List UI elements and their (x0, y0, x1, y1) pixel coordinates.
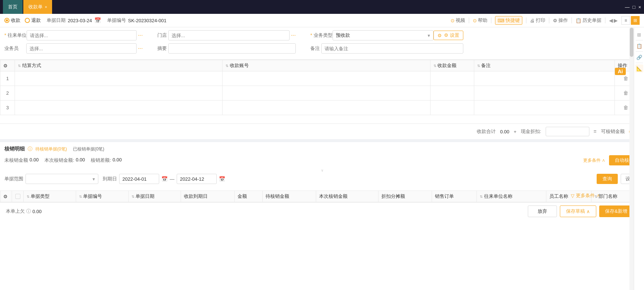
save-draft-button[interactable]: 保存草稿 ∧ (560, 205, 596, 217)
operation-btn[interactable]: ⚙ 操作 (553, 17, 568, 24)
window-close-icon[interactable]: × (638, 4, 641, 10)
settings-button[interactable]: ⚙ ⚙ 设置 (433, 31, 463, 40)
ai-badge[interactable]: Ai (615, 68, 626, 75)
save-new-label: 保存&新增 (605, 208, 627, 215)
doc-num-value: SK-20230324-001 (128, 18, 167, 23)
discount-input[interactable] (546, 127, 589, 136)
abandon-button[interactable]: 放弃 (528, 205, 557, 217)
bth-counterpart: ⇅ 往来单位名称 (477, 191, 546, 202)
tab-home[interactable]: 首页 (3, 0, 23, 14)
row-3-account[interactable] (223, 101, 430, 115)
more-conditions-label: 更多条件 ∧ (576, 192, 600, 199)
note-input[interactable] (321, 43, 463, 54)
staff-input[interactable] (26, 43, 137, 54)
due-date-to[interactable] (177, 174, 217, 184)
due-date-to-icon[interactable]: 📅 (219, 176, 225, 182)
business-type-select[interactable]: 预收款 ▾ (333, 30, 434, 40)
shop-input[interactable] (168, 30, 290, 40)
row-2-payment[interactable] (15, 86, 223, 101)
row-1-account[interactable] (223, 71, 430, 86)
row-2-note[interactable] (474, 86, 614, 101)
history-btn[interactable]: 📋 历史单据 (576, 17, 601, 24)
row-1-amount[interactable] (430, 71, 474, 86)
due-date-from-icon[interactable]: 📅 (161, 176, 168, 182)
nav-prev-icon[interactable]: ◀ (609, 17, 613, 23)
row-1-payment[interactable] (15, 71, 223, 86)
nav-next-icon[interactable]: ▶ (614, 17, 618, 23)
shortcut-label: 快捷键 (506, 17, 520, 24)
shop-more-icon[interactable]: ··· (291, 32, 296, 39)
footer-stat-info-icon[interactable]: ⓘ (26, 208, 31, 215)
list-view-icon[interactable]: ≡ (621, 16, 630, 25)
row-1-delete-icon[interactable]: 🗑 (623, 75, 628, 81)
form-row-1: 往来单位 ··· 门店 ··· 业务类型 预收款 ▾ ⚙ (4, 30, 640, 40)
business-type-field: 业务类型 预收款 ▾ ⚙ ⚙ 设置 (310, 30, 463, 40)
done-tab[interactable]: 已核销单据(0笔) (73, 146, 105, 152)
summary-input[interactable] (168, 43, 296, 54)
due-date-from[interactable] (119, 174, 159, 184)
staff-more-icon[interactable]: ··· (138, 45, 143, 52)
row-3-note[interactable] (474, 101, 614, 115)
doc-num-field: 单据编号 SK-20230324-001 (107, 17, 167, 24)
operation-label: 操作 (558, 17, 568, 24)
right-panel-doc-icon[interactable]: 📋 (635, 42, 643, 50)
th-note: ⇅ 备注 (474, 60, 614, 71)
query-button[interactable]: 查询 (597, 174, 618, 184)
sort-doc-num-icon: ⇅ (79, 195, 82, 199)
range-label: 单据范围 (4, 176, 23, 182)
print-btn[interactable]: 🖨 打印 (530, 17, 545, 24)
shortcut-btn[interactable]: ⌨ 快捷键 (495, 16, 522, 25)
right-panel-expand-icon[interactable]: 📐 (635, 64, 643, 72)
counterpart-input[interactable] (27, 30, 137, 40)
verification-info-icon[interactable]: ⓘ (28, 146, 32, 152)
row-3-delete-icon[interactable]: 🗑 (623, 105, 628, 110)
row-2-amount[interactable] (430, 86, 474, 101)
bottom-table: ⚙ ⇅ 单据类型 ⇅ 单据编号 (0, 191, 644, 202)
bottom-table-settings-icon[interactable]: ⚙ (3, 194, 8, 199)
radio-receive[interactable]: 收款 (4, 17, 20, 24)
table-settings-icon[interactable]: ⚙ (3, 63, 8, 68)
bth-settings[interactable]: ⚙ (0, 191, 12, 202)
tab-close-icon[interactable]: × (45, 5, 47, 9)
plus-sign: + (514, 129, 517, 134)
video-label: 视频 (456, 17, 465, 24)
th-payment-label: 结算方式 (22, 63, 41, 68)
range-dropdown-icon: ▾ (93, 176, 95, 182)
video-btn[interactable]: ⊙ 视频 (451, 17, 465, 24)
diff-label: 核销差额: (91, 157, 111, 164)
row-2-account[interactable] (223, 86, 430, 101)
th-note-label: 备注 (481, 63, 491, 68)
row-3-payment[interactable] (15, 101, 223, 115)
row-3-amount[interactable] (430, 101, 474, 115)
radio-refund[interactable]: 退款 (25, 17, 41, 24)
tab-receipt[interactable]: 收款单 × (23, 0, 52, 14)
calendar-icon[interactable]: 📅 (94, 17, 101, 24)
scrollbar-thumb[interactable] (630, 28, 633, 57)
more-conditions-positioned[interactable]: ▽ 更多条件 ∧ (571, 192, 600, 199)
window-min-icon[interactable]: — (625, 4, 630, 10)
pending-tab[interactable]: 待核销单据(0笔) (35, 146, 67, 152)
range-select[interactable]: ▾ (25, 174, 98, 184)
more-conditions-btn[interactable]: 更多条件 ∧ (583, 157, 605, 164)
table-row: 3 🗑 ⧉ (0, 101, 644, 115)
help-btn[interactable]: ⊙ 帮助 (473, 17, 487, 24)
receipt-type-radio: 收款 退款 (4, 17, 41, 24)
header-checkbox[interactable] (15, 194, 20, 199)
scrollbar[interactable] (629, 28, 634, 290)
current-value: 0.00 (76, 157, 85, 164)
tab-bar: 首页 收款单 × — □ × (0, 0, 644, 14)
th-settings[interactable]: ⚙ (0, 60, 15, 71)
row-1-note[interactable] (474, 71, 614, 86)
divider6 (605, 17, 605, 23)
right-panel-table-icon[interactable]: ⊞ (635, 31, 643, 39)
current-stat: 本次核销金额: 0.00 (44, 157, 85, 164)
row-2-delete-icon[interactable]: 🗑 (623, 90, 628, 96)
nav-arrows: ◀ ▶ (609, 17, 618, 23)
sort-counterpart-icon: ⇅ (480, 195, 483, 199)
counterpart-more-icon[interactable]: ··· (138, 32, 143, 39)
right-panel-link-icon[interactable]: 🔗 (635, 53, 643, 61)
bth-checkbox (12, 191, 24, 202)
window-max-icon[interactable]: □ (633, 4, 636, 10)
grid-view-icon[interactable]: ⊞ (631, 16, 640, 25)
window-controls: — □ × (625, 4, 641, 10)
